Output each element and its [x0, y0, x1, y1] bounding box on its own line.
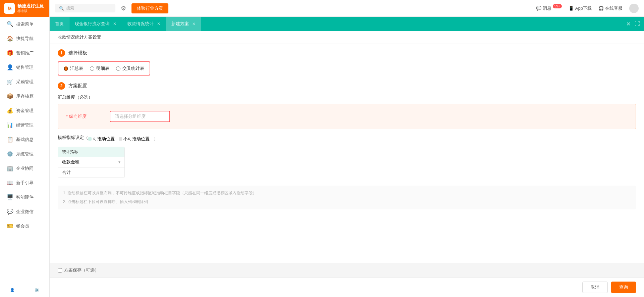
sidebar-item-wechat[interactable]: 💬 企业微信: [0, 204, 49, 219]
sidebar-item-hardware[interactable]: 🖥️ 智能硬件: [0, 190, 49, 204]
gear-icon[interactable]: ⚙: [121, 5, 126, 12]
industry-btn[interactable]: 体验行业方案: [131, 3, 168, 13]
metrics-table: 统计指标 收款金额 ▾ 合计: [58, 147, 125, 178]
tip1: 1. 拖动标题栏可以调整布局，不可跨维度或指标区域拖动栏目字段（只能在同一维度或…: [63, 190, 631, 197]
sidebar-item-member[interactable]: 🎫 畅会员: [0, 219, 49, 233]
hint-close: ）: [154, 136, 158, 142]
sidebar-item-enterprise[interactable]: 🏢 企业协同: [0, 161, 49, 176]
tab-home[interactable]: 首页: [50, 17, 69, 31]
tab-new-plan[interactable]: 新建方案 ✕: [166, 17, 201, 31]
topbar: 🔍 搜索 ⚙ 体验行业方案 💬 消息 99+ 📱 App下载 🎧 在线客服: [50, 0, 644, 17]
notification-item[interactable]: 💬 消息 99+: [536, 5, 562, 11]
notification-badge: 99+: [553, 4, 562, 8]
tab-new-plan-close[interactable]: ✕: [192, 21, 196, 26]
step2-section: 2 方案配置 汇总维度（必选） 纵向维度 —— 请选择分组维度: [58, 82, 636, 209]
download-label: App下载: [575, 5, 592, 11]
step1-title: 选择模板: [68, 50, 87, 56]
search-icon: 🔍: [59, 6, 64, 11]
radio-cross[interactable]: 交叉统计表: [116, 65, 144, 71]
metrics-row-total: 合计: [58, 167, 124, 178]
sidebar-bottom-settings[interactable]: ⚙️: [33, 286, 41, 294]
sidebar-item-label: 基础信息: [16, 137, 34, 143]
hardware-icon: 🖥️: [7, 194, 13, 200]
tab-receipt-stats-close[interactable]: ✕: [157, 21, 160, 26]
page-title: 收款情况统计方案设置: [50, 31, 644, 44]
radio-detail-input[interactable]: [90, 66, 94, 71]
footer-actions: 取消 查询: [50, 277, 644, 297]
dimension-row: 纵向维度 —— 请选择分组维度: [66, 111, 628, 122]
tab-close-all-btn[interactable]: ✕: [626, 21, 631, 27]
inventory-icon: 📦: [7, 93, 13, 99]
download-icon: 📱: [569, 6, 574, 11]
sidebar-bottom-user[interactable]: 👤: [8, 286, 17, 294]
topbar-search-box[interactable]: 🔍 搜索: [55, 4, 115, 12]
metrics-section: 模板指标设定（ 可拖动位置 不可拖动位置 ）: [58, 135, 636, 179]
sidebar-menu: 🔍 搜索菜单 🏠 快捷导航 🎁 营销推广 👤 销售管理 🛒 采购管理 📦 库存核…: [0, 17, 49, 283]
sidebar-item-label: 快捷导航: [16, 36, 34, 42]
sidebar-item-label: 采购管理: [16, 79, 34, 85]
metrics-chevron-icon[interactable]: ▾: [118, 160, 120, 164]
notification-label: 消息: [543, 5, 551, 11]
service-item[interactable]: 🎧 在线客服: [598, 5, 623, 11]
step1-number: 1: [58, 49, 65, 57]
form-area: 1 选择模板 汇总表 明细表: [50, 44, 644, 263]
tab-receipt-stats-label: 收款情况统计: [127, 21, 154, 27]
step1-header: 1 选择模板: [58, 49, 636, 57]
save-option[interactable]: 方案保存（可选）: [58, 267, 99, 273]
sidebar-item-search-menu[interactable]: 🔍 搜索菜单: [0, 17, 49, 31]
radio-detail-label: 明细表: [96, 65, 109, 71]
main: 🔍 搜索 ⚙ 体验行业方案 💬 消息 99+ 📱 App下载 🎧 在线客服 首页: [50, 0, 644, 297]
sidebar-logo: 畅 畅捷通好生意 标准版: [0, 0, 49, 17]
template-radio-group: 汇总表 明细表 交叉统计表: [64, 65, 144, 71]
sidebar-item-label: 经营管理: [16, 122, 34, 128]
tabbar: 首页 现金银行流水查询 ✕ 收款情况统计 ✕ 新建方案 ✕ ✕ ⛶: [50, 17, 644, 31]
sidebar-item-marketing[interactable]: 🎁 营销推广: [0, 46, 49, 60]
sidebar-item-sales[interactable]: 👤 销售管理: [0, 60, 49, 75]
tab-home-label: 首页: [55, 21, 64, 27]
bottom-bar: 方案保存（可选）: [50, 263, 644, 277]
draggable-label: 可拖动位置: [93, 136, 115, 142]
step2-number: 2: [58, 82, 65, 90]
sidebar: 畅 畅捷通好生意 标准版 🔍 搜索菜单 🏠 快捷导航 🎁 营销推广 👤 销售管理…: [0, 0, 50, 297]
dimension-select-placeholder: 请选择分组维度: [115, 114, 146, 119]
sidebar-item-basic-info[interactable]: 📋 基础信息: [0, 132, 49, 147]
tab-new-plan-label: 新建方案: [171, 21, 189, 27]
radio-summary[interactable]: 汇总表: [64, 65, 83, 71]
sidebar-item-inventory[interactable]: 📦 库存核算: [0, 89, 49, 103]
tab-receipt-stats[interactable]: 收款情况统计 ✕: [122, 17, 166, 31]
radio-cross-input[interactable]: [116, 66, 120, 71]
save-checkbox[interactable]: [58, 268, 62, 273]
drag-dot-draggable: [88, 137, 92, 141]
sidebar-item-capital[interactable]: 💰 资金管理: [0, 103, 49, 118]
sales-icon: 👤: [7, 64, 13, 70]
sidebar-item-management[interactable]: 📊 经营管理: [0, 118, 49, 132]
sidebar-item-label: 营销推广: [16, 50, 34, 56]
tab-expand-btn[interactable]: ⛶: [635, 21, 640, 27]
dimension-select[interactable]: 请选择分组维度: [110, 111, 170, 122]
service-icon: 🎧: [598, 6, 604, 11]
step1-section: 1 选择模板 汇总表 明细表: [58, 49, 636, 76]
metrics-row-receipt[interactable]: 收款金额 ▾: [58, 157, 124, 167]
sidebar-item-system[interactable]: ⚙️ 系统管理: [0, 147, 49, 161]
radio-summary-input[interactable]: [64, 66, 68, 71]
service-label: 在线客服: [605, 5, 623, 11]
sidebar-item-label: 企业协同: [16, 165, 34, 171]
metrics-label: 模板指标设定（: [58, 135, 88, 141]
dimension-arrow: ——: [95, 114, 104, 119]
logo-text: 畅捷通好生意: [17, 3, 44, 9]
tab-bank-flow[interactable]: 现金银行流水查询 ✕: [69, 17, 122, 31]
logo-text-block: 畅捷通好生意 标准版: [17, 3, 44, 13]
query-button[interactable]: 查询: [611, 282, 636, 293]
draggable-hint: 可拖动位置: [88, 136, 115, 142]
sidebar-item-guide[interactable]: 📖 新手引导: [0, 176, 49, 190]
user-avatar[interactable]: [629, 4, 639, 13]
sidebar-item-purchase[interactable]: 🛒 采购管理: [0, 75, 49, 89]
sidebar-item-quick-nav[interactable]: 🏠 快捷导航: [0, 31, 49, 46]
template-box: 汇总表 明细表 交叉统计表: [58, 61, 150, 76]
topbar-right: 💬 消息 99+ 📱 App下载 🎧 在线客服: [536, 4, 639, 13]
tab-bank-flow-close[interactable]: ✕: [113, 21, 116, 26]
cancel-button[interactable]: 取消: [582, 282, 608, 293]
download-item[interactable]: 📱 App下载: [569, 5, 592, 11]
radio-detail[interactable]: 明细表: [90, 65, 109, 71]
enterprise-icon: 🏢: [7, 165, 13, 171]
